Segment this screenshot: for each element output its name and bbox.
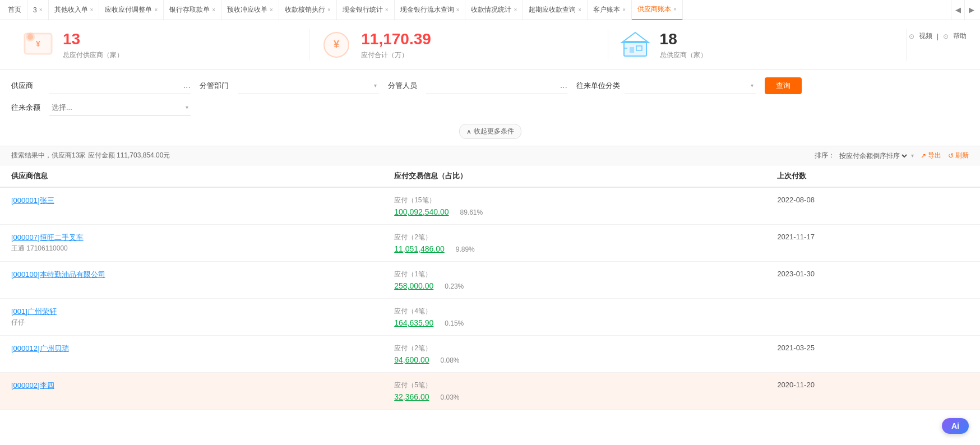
nav-tab-ar-ap[interactable]: 应收应付调整单 × (99, 0, 164, 20)
ai-button[interactable]: Ai (942, 418, 969, 434)
close-icon[interactable]: × (622, 7, 626, 13)
export-button[interactable]: ↗ 导出 (921, 151, 941, 160)
query-button[interactable]: 查询 (765, 77, 802, 94)
total-suppliers-label: 总供应商（家） (660, 50, 707, 60)
dept-input[interactable] (238, 77, 374, 94)
person-input[interactable] (426, 77, 560, 94)
close-icon[interactable]: × (90, 7, 94, 13)
nav-tab-prepay[interactable]: 预收冲应收单 × (221, 0, 279, 20)
tx-amount[interactable]: 100,092,540.00 (394, 207, 449, 216)
supplier-info-cell: [000002]李四 (11, 381, 394, 391)
nav-tab-overdue-label: 超期应收款查询 (529, 5, 576, 15)
supplier-input[interactable] (49, 77, 183, 94)
close-icon[interactable]: × (39, 7, 43, 13)
ai-label: Ai (951, 421, 959, 430)
close-icon[interactable]: × (514, 7, 517, 13)
tx-amount[interactable]: 32,366.00 (394, 392, 429, 401)
close-icon[interactable]: × (212, 7, 215, 13)
close-icon[interactable]: × (578, 7, 581, 13)
nav-tab-home-label: 首页 (8, 5, 21, 15)
nav-tab-receipt-stat[interactable]: 收款情况统计 × (465, 0, 523, 20)
payable-amount-label: 应付合计（万） (361, 50, 431, 60)
tx-pct: 0.15% (445, 319, 464, 327)
person-dots[interactable]: ... (560, 80, 567, 90)
supplier-link[interactable]: [001]广州荣轩 (11, 307, 394, 317)
export-icon: ↗ (921, 152, 926, 160)
balance-input[interactable] (49, 99, 186, 115)
collapse-button[interactable]: ∧ 收起更多条件 (459, 124, 521, 139)
tx-row: 32,366.00 0.03% (394, 392, 777, 401)
nav-tab-bank[interactable]: 银行存取款单 × (164, 0, 221, 20)
supplier-link[interactable]: [000100]本特勤油品有限公司 (11, 270, 394, 280)
col-tx-info: 应付交易信息（占比） (394, 171, 777, 181)
payable-suppliers-number: 13 (63, 30, 123, 49)
balance-filter-label: 往来余额 (11, 103, 45, 113)
table-row: [000007]恒旺二手叉车 王通 17106110000 应付（2笔） 11,… (0, 225, 980, 262)
tx-amount[interactable]: 164,635.90 (394, 318, 433, 327)
balance-input-wrapper: ▾ (49, 99, 191, 116)
nav-next-button[interactable]: ▶ (964, 0, 978, 20)
tx-info-cell: 应付（15笔） 100,092,540.00 89.61% (394, 196, 777, 216)
table-row: [001]广州荣轩 仔仔 应付（4笔） 164,635.90 0.15% (0, 299, 980, 336)
last-payment-date: 2020-11-20 (777, 381, 815, 389)
nav-tab-3-label: 3 (33, 6, 37, 14)
last-payment-cell: 2023-01-30 (777, 270, 969, 278)
supplier-input-wrapper: ... (49, 77, 191, 94)
nav-tab-cash-stat[interactable]: 现金银行统计 × (337, 0, 395, 20)
nav-tab-overdue[interactable]: 超期应收款查询 × (523, 0, 588, 20)
supplier-info-cell: [000007]恒旺二手叉车 王通 17106110000 (11, 233, 394, 253)
help-link[interactable]: 帮助 (953, 31, 967, 41)
supplier-info-cell: [001]广州荣轩 仔仔 (11, 307, 394, 327)
nav-tab-3[interactable]: 3 × (27, 0, 49, 20)
supplier-link[interactable]: [000001]张三 (11, 196, 394, 206)
nav-tab-ar-ap-label: 应收应付调整单 (105, 5, 152, 15)
sort-select[interactable]: 按应付余额倒序排序 (837, 151, 909, 160)
supplier-dots[interactable]: ... (183, 80, 191, 90)
refresh-button[interactable]: ↺ 刷新 (948, 151, 969, 160)
collapse-label: 收起更多条件 (474, 127, 514, 136)
divider: | (937, 33, 939, 40)
supplier-link[interactable]: [000007]恒旺二手叉车 (11, 233, 394, 243)
close-icon[interactable]: × (385, 7, 389, 13)
close-icon[interactable]: × (154, 7, 158, 13)
nav-tab-supplier[interactable]: 供应商账本 × (632, 0, 683, 20)
nav-prev-button[interactable]: ◀ (951, 0, 964, 20)
tx-row: 11,051,486.00 9.89% (394, 244, 777, 253)
balance-filter: 往来余额 ▾ (11, 99, 191, 116)
last-payment-date: 2021-11-17 (777, 233, 815, 241)
nav-tab-home[interactable]: 首页 (2, 0, 27, 20)
tx-amount[interactable]: 258,000.00 (394, 281, 433, 290)
close-icon[interactable]: × (270, 7, 273, 13)
summary-bar: ¥ 13 总应付供应商（家） ¥ 11,170.39 应付合计（万） (0, 20, 980, 70)
nav-tab-cash-flow[interactable]: 现金银行流水查询 × (395, 0, 466, 20)
nav-tab-bank-label: 银行存取款单 (169, 5, 210, 15)
nav-arrows: ◀ ▶ (951, 0, 978, 20)
refresh-icon: ↺ (948, 152, 954, 160)
nav-tab-customer[interactable]: 客户账本 × (588, 0, 632, 20)
video-link[interactable]: 视频 (919, 31, 932, 41)
tx-label: 应付（15笔） (394, 196, 777, 205)
tx-info-cell: 应付（2笔） 94,600.00 0.08% (394, 344, 777, 364)
tx-amount[interactable]: 94,600.00 (394, 355, 429, 364)
close-icon[interactable]: × (456, 7, 460, 13)
chevron-down-icon: ▾ (374, 82, 379, 89)
tx-amount[interactable]: 11,051,486.00 (394, 244, 445, 253)
tx-label: 应付（1笔） (394, 270, 777, 279)
tx-row: 94,600.00 0.08% (394, 355, 777, 364)
close-icon[interactable]: × (673, 6, 677, 12)
filter-row-1: 供应商 ... 分管部门 ▾ 分管人员 ... 往来单位分类 (11, 77, 969, 94)
nav-tab-receipt-verify[interactable]: 收款核销执行 × (279, 0, 337, 20)
summary-payable-amount: ¥ 11,170.39 应付合计（万） (309, 29, 608, 61)
nav-tab-customer-label: 客户账本 (593, 5, 620, 15)
category-filter: 往来单位分类 ▾ (576, 77, 756, 94)
close-icon[interactable]: × (327, 7, 331, 13)
supplier-link[interactable]: [000002]李四 (11, 381, 394, 391)
category-input[interactable] (625, 77, 751, 94)
svg-rect-9 (630, 47, 634, 53)
sort-label: 排序： (815, 151, 835, 160)
person-input-wrapper: ... (426, 77, 567, 94)
tx-pct: 89.61% (460, 208, 483, 216)
supplier-link[interactable]: [000012]广州贝瑞 (11, 344, 394, 354)
nav-tab-other-income[interactable]: 其他收入单 × (49, 0, 100, 20)
payable-amount-text: 11,170.39 应付合计（万） (361, 30, 431, 61)
